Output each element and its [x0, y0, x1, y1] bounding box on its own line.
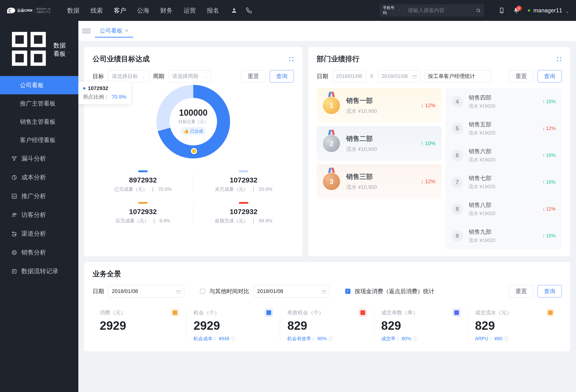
rank-top-item[interactable]: 3销售三部流水 ¥10,900↓ 12%: [317, 164, 442, 199]
goal-stat: 1072932未完成量（元） | 20.9%: [193, 166, 294, 197]
search-input[interactable]: [408, 7, 473, 14]
sidebar-group-data-board[interactable]: 数据看板: [0, 23, 78, 76]
query-button[interactable]: 查询: [270, 70, 294, 82]
tab-bar: 公司看板 ✕: [78, 21, 576, 41]
help-icon[interactable]: ?: [504, 336, 509, 341]
search-type[interactable]: 手机号码: [383, 5, 396, 15]
svg-point-13: [15, 235, 16, 236]
device-icon[interactable]: [498, 7, 505, 14]
logo-icon: [7, 8, 15, 13]
sidebar-item[interactable]: 漏斗分析: [0, 149, 78, 168]
topnav-item[interactable]: 财务: [160, 6, 173, 15]
metric-item: 成交单数（单）829成交率：80%?: [374, 306, 468, 344]
sidebar-item[interactable]: 销售分析: [0, 243, 78, 262]
topnav-item[interactable]: 运营: [183, 6, 196, 15]
svg-rect-16: [12, 270, 16, 273]
label-target: 目标: [93, 72, 104, 80]
rank-item[interactable]: 5销售五部流水 ¥19020↓ 12%: [445, 115, 562, 142]
collapse-icon[interactable]: [82, 27, 91, 35]
metric-icon: [359, 308, 367, 317]
help-icon[interactable]: ?: [231, 336, 235, 341]
topbar: 云朵CRM 教育机构一站式服务云平台 数据线索客户公海财务运营报名 手机号码 |…: [0, 0, 576, 21]
bell-icon[interactable]: 5: [513, 7, 520, 14]
checkbox-compare[interactable]: [200, 289, 205, 294]
select-stat-by[interactable]: 按工单客户经理统计: [425, 70, 491, 82]
date-input-1[interactable]: 2018/01/08: [108, 285, 184, 298]
rank-item[interactable]: 6销售六部流水 ¥19020↑ 10%: [445, 142, 562, 169]
label-date: 日期: [317, 72, 328, 80]
checkbox-cash[interactable]: [345, 289, 350, 294]
phone-icon[interactable]: [246, 7, 252, 14]
goal-stat: 1072932应完成量（元） | 8.9%: [93, 197, 193, 229]
metric-icon: [264, 308, 273, 317]
thumbs-up-icon: 👍: [183, 128, 189, 134]
sidebar-item[interactable]: 数据流转记录: [0, 262, 78, 281]
donut-tooltip: 1072932 所占比例：70.9%: [78, 82, 131, 104]
sidebar-sub-item[interactable]: 推广主管看板: [0, 94, 78, 113]
svg-point-3: [501, 12, 502, 12]
tab-company-board[interactable]: 公司看板 ✕: [95, 25, 133, 37]
sidebar-item[interactable]: 推广分析: [0, 187, 78, 206]
close-icon[interactable]: ✕: [125, 28, 128, 33]
calendar-icon: [322, 289, 326, 293]
sidebar-icon: [11, 212, 17, 218]
sidebar-item[interactable]: 渠道分析: [0, 224, 78, 243]
svg-rect-19: [322, 291, 325, 293]
goal-stat: 8972932已完成量（元） | 70.9%: [93, 166, 193, 197]
donut-knob-icon: [191, 148, 197, 154]
rank-item[interactable]: 8销售八部流水 ¥19020↓ 12%: [445, 196, 562, 222]
select-target[interactable]: 请选择目标: [108, 70, 149, 82]
date-input-2[interactable]: 2018/01/08: [254, 285, 330, 298]
sidebar-item[interactable]: 访客分析: [0, 206, 78, 224]
reset-button[interactable]: 重置: [241, 70, 265, 82]
rank-top-item[interactable]: 2销售二部流水 ¥10,900↑ 10%: [317, 126, 442, 161]
topnav-item[interactable]: 数据: [67, 6, 80, 15]
select-period[interactable]: 请选择周期: [169, 70, 211, 82]
user-icon[interactable]: [231, 7, 237, 14]
rank-item[interactable]: 7销售七部流水 ¥19020↑ 10%: [445, 169, 562, 196]
topnav-item[interactable]: 公海: [137, 6, 149, 15]
medal-icon: 2: [323, 135, 340, 152]
sidebar-item[interactable]: 成本分析: [0, 168, 78, 187]
topnav-item[interactable]: 线索: [90, 6, 103, 15]
help-icon[interactable]: ?: [413, 336, 417, 341]
top-nav-icons: [231, 7, 252, 14]
label-compare: 与其他时间对比: [209, 287, 249, 295]
metric-item: 成交流水（元）829ARPU：¥80?: [468, 306, 562, 344]
expand-icon[interactable]: [556, 57, 562, 62]
help-icon[interactable]: ?: [328, 336, 333, 341]
date-sep: 至: [370, 74, 374, 79]
rank-item[interactable]: 9销售九部流水 ¥19020↑ 10%: [445, 222, 562, 249]
expand-icon[interactable]: [289, 57, 294, 62]
user-menu[interactable]: manager11: [528, 7, 569, 14]
topnav-item[interactable]: 报名: [207, 6, 219, 15]
query-button[interactable]: 查询: [538, 70, 562, 82]
sidebar-sub-item[interactable]: 公司看板: [0, 76, 78, 94]
medal-icon: 3: [323, 173, 340, 190]
sidebar-sub-item[interactable]: 客户经理看板: [0, 131, 78, 149]
svg-rect-9: [12, 194, 16, 198]
achieved-badge: 👍 已达成: [181, 127, 206, 135]
sidebar-icon: [11, 250, 17, 255]
search-box: 手机号码 |: [380, 4, 484, 17]
reset-button[interactable]: 重置: [509, 70, 533, 82]
card-goal-title: 公司业绩目标达成: [93, 54, 150, 64]
svg-point-1: [477, 9, 480, 12]
sidebar-icon: [11, 231, 17, 237]
svg-rect-7: [32, 52, 44, 64]
sidebar-icon: [11, 193, 17, 199]
reset-button[interactable]: 重置: [509, 285, 533, 298]
dashboard-icon: [8, 29, 49, 71]
medal-icon: 1: [323, 97, 340, 114]
logo-subtitle: 教育机构一站式服务云平台: [34, 7, 51, 14]
sidebar-sub-item[interactable]: 销售主管看板: [0, 113, 78, 131]
date-from-input[interactable]: 2018/01/08: [332, 70, 366, 82]
user-name: manager11: [534, 7, 562, 14]
date-to-input[interactable]: 2018/01/08: [378, 70, 420, 82]
rank-item[interactable]: 4销售四部流水 ¥19020↑ 10%: [445, 88, 562, 115]
query-button[interactable]: 查询: [538, 285, 562, 298]
topnav-item[interactable]: 客户: [114, 6, 126, 15]
search-icon[interactable]: [476, 8, 481, 13]
rank-top-item[interactable]: 1销售一部流水 ¥10,900↓ 12%: [317, 88, 442, 123]
logo-text: 云朵CRM: [17, 8, 32, 13]
